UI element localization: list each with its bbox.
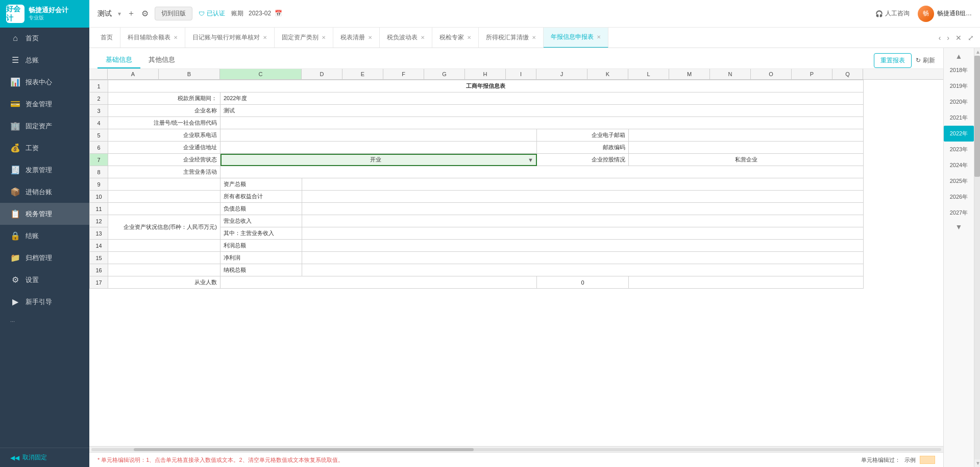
subtab-other-info[interactable]: 其他信息 xyxy=(140,52,183,68)
tab-annual-report[interactable]: 年报信息申报表 ✕ xyxy=(544,28,608,48)
sidebar-item-invoice[interactable]: 🧾 发票管理 xyxy=(0,159,89,181)
consult-button[interactable]: 🎧 人工咨询 xyxy=(875,9,910,18)
example-color-box xyxy=(920,456,935,464)
switch-old-version-button[interactable]: 切到旧版 xyxy=(155,7,192,20)
year-2021[interactable]: 2021年 xyxy=(944,110,974,126)
user-menu[interactable]: 畅 畅捷通B组… xyxy=(918,6,972,22)
tab-expand-button[interactable]: ⤢ xyxy=(966,32,976,44)
year-2026[interactable]: 2026年 xyxy=(944,189,974,205)
sidebar-collapse-button[interactable]: ◀◀ 取消固定 xyxy=(0,448,89,467)
cell-15-net-profit-value[interactable] xyxy=(302,252,864,264)
company-name: 测试 xyxy=(97,9,112,18)
table-row: 3 企业名称 测试 xyxy=(90,105,864,117)
tab-close-aux-balance[interactable]: ✕ xyxy=(174,35,178,40)
cell-17-emp-v1[interactable] xyxy=(220,276,537,289)
tab-close-bank[interactable]: ✕ xyxy=(263,35,267,40)
cell-6-address-value[interactable] xyxy=(220,142,537,154)
sidebar-item-assets[interactable]: 🏢 固定资产 xyxy=(0,115,89,137)
v-scroll-track xyxy=(974,56,980,459)
add-button[interactable]: ＋ xyxy=(127,8,135,19)
sidebar-item-close[interactable]: 🔒 结账 xyxy=(0,225,89,247)
col-header-C: C xyxy=(220,69,302,79)
year-scroll-up-button[interactable]: ▲ xyxy=(944,50,974,62)
v-scroll-down-button[interactable]: ▼ xyxy=(974,459,980,467)
year-2027[interactable]: 2027年 xyxy=(944,205,974,221)
cell-11-debt-value[interactable] xyxy=(302,203,864,215)
year-2019[interactable]: 2019年 xyxy=(944,78,974,94)
year-2022[interactable]: 2022年 xyxy=(944,126,974,142)
refresh-button[interactable]: ↻ 刷新 xyxy=(916,56,935,65)
cell-3-value[interactable]: 测试 xyxy=(220,105,864,117)
tab-close-tax-forms[interactable]: ✕ xyxy=(368,35,372,40)
horizontal-scrollbar[interactable] xyxy=(89,446,943,452)
tab-prev-button[interactable]: ‹ xyxy=(937,32,943,44)
tab-close-fixed[interactable]: ✕ xyxy=(322,35,326,40)
tab-bank-reconcile[interactable]: 日记账与银行对账单核对 ✕ xyxy=(185,28,275,48)
sidebar-item-reports[interactable]: 📊 报表中心 xyxy=(0,71,89,93)
app-name: 畅捷通好会计 xyxy=(29,6,68,15)
year-2025[interactable]: 2025年 xyxy=(944,173,974,189)
headset-icon: 🎧 xyxy=(875,10,883,17)
year-scroll-down-button[interactable]: ▼ xyxy=(944,221,974,233)
tab-close-annual[interactable]: ✕ xyxy=(597,34,601,40)
cell-9-assets-value[interactable] xyxy=(302,178,864,191)
cell-5-email-value[interactable] xyxy=(629,129,864,142)
cell-4-value[interactable] xyxy=(220,117,864,129)
tab-next-button[interactable]: › xyxy=(945,32,951,44)
sidebar-item-finance[interactable]: 💳 资金管理 xyxy=(0,93,89,115)
cell-17-emp-v2[interactable] xyxy=(629,276,864,289)
cell-14-profit-value[interactable] xyxy=(302,240,864,252)
year-2024[interactable]: 2024年 xyxy=(944,157,974,173)
year-2023[interactable]: 2023年 xyxy=(944,142,974,157)
cell-16-tax-value[interactable] xyxy=(302,264,864,276)
sidebar-item-inventory[interactable]: 📦 进销台账 xyxy=(0,181,89,203)
tab-fixed-assets[interactable]: 固定资产类别 ✕ xyxy=(275,28,333,48)
year-2020[interactable]: 2020年 xyxy=(944,94,974,110)
tab-aux-balance[interactable]: 科目辅助余额表 ✕ xyxy=(120,28,185,48)
sidebar-item-guide[interactable]: ▶ 新手引导 xyxy=(0,291,89,313)
row-num-12: 12 xyxy=(90,215,108,227)
sidebar-more[interactable]: ... xyxy=(0,313,89,327)
cell-1-title[interactable]: 工商年报信息表 xyxy=(108,80,864,92)
tab-tax-forms[interactable]: 税表清册 ✕ xyxy=(333,28,380,48)
subtab-basic-info[interactable]: 基础信息 xyxy=(97,52,140,68)
tab-close-fluctuation[interactable]: ✕ xyxy=(421,35,425,40)
col-header-N: N xyxy=(710,69,751,79)
v-scroll-up-button[interactable]: ▲ xyxy=(974,48,980,56)
sidebar-item-tax[interactable]: 📋 税务管理 xyxy=(0,203,89,225)
vertical-scrollbar[interactable]: ▲ ▼ xyxy=(974,48,980,467)
sidebar-item-ledger[interactable]: ☰ 总账 xyxy=(0,49,89,71)
cell-2-value[interactable]: 2022年度 xyxy=(220,92,864,105)
tab-income-tax[interactable]: 所得税汇算清缴 ✕ xyxy=(479,28,544,48)
v-scroll-thumb xyxy=(974,56,980,177)
cell-10-equity-value[interactable] xyxy=(302,191,864,203)
row-num-17: 17 xyxy=(90,276,108,289)
cell-7-control-value[interactable]: 私营企业 xyxy=(629,154,864,166)
cell-17-emp-value[interactable]: 0 xyxy=(537,276,629,289)
cell-6-zip-value[interactable] xyxy=(629,142,864,154)
sidebar-item-home[interactable]: ⌂ 首页 xyxy=(0,28,89,49)
tab-close-income[interactable]: ✕ xyxy=(532,35,536,40)
settings-button[interactable]: ⚙ xyxy=(141,9,149,18)
cell-12-assets-label: 企业资产状况信息(币种：人民币万元) xyxy=(108,215,220,240)
tax-icon: 📋 xyxy=(10,209,20,219)
reset-report-button[interactable]: 重置报表 xyxy=(874,53,912,68)
sidebar-item-payroll[interactable]: 💰 工资 xyxy=(0,137,89,159)
cell-8-biz-value[interactable] xyxy=(220,166,864,178)
col-header-A: A xyxy=(108,69,159,79)
cell-13-main-rev-value[interactable] xyxy=(302,227,864,240)
year-2018[interactable]: 2018年 xyxy=(944,62,974,78)
company-dropdown-icon[interactable]: ▾ xyxy=(118,10,121,17)
cell-12-revenue-value[interactable] xyxy=(302,215,864,227)
sidebar-item-archive[interactable]: 📁 归档管理 xyxy=(0,247,89,269)
cell-7-status-value[interactable]: 开业 ▼ xyxy=(220,154,537,166)
invoice-icon: 🧾 xyxy=(10,165,20,175)
tab-tax-fluctuation[interactable]: 税负波动表 ✕ xyxy=(380,28,432,48)
tab-close-all-button[interactable]: ✕ xyxy=(953,32,964,44)
tab-tax-expert[interactable]: 税检专家 ✕ xyxy=(432,28,479,48)
tab-home[interactable]: 首页 xyxy=(93,28,120,48)
sidebar-item-settings[interactable]: ⚙ 设置 xyxy=(0,269,89,291)
tab-close-expert[interactable]: ✕ xyxy=(467,35,471,40)
col-header-F: F xyxy=(383,69,424,79)
cell-5-phone-value[interactable] xyxy=(220,129,537,142)
